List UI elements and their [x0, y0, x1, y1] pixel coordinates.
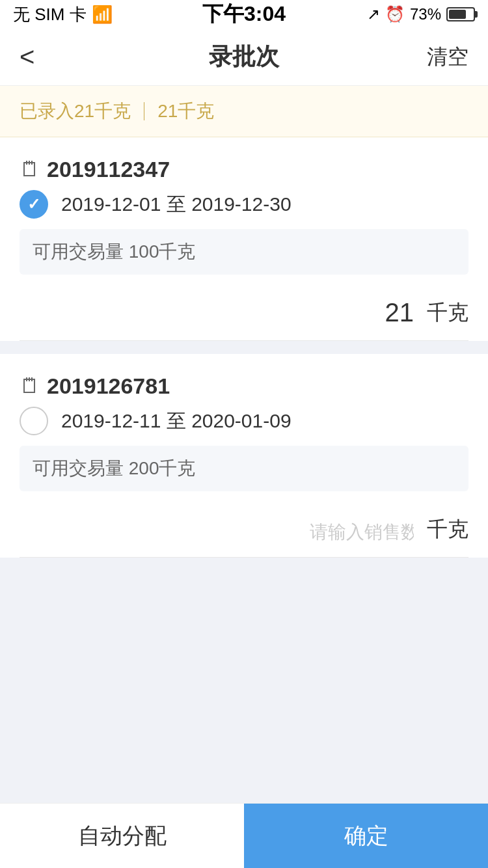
- confirm-button[interactable]: 确定: [244, 804, 488, 868]
- auto-distribute-button[interactable]: 自动分配: [0, 804, 244, 868]
- batch-id-2: 2019126781: [47, 373, 170, 399]
- total-label: 21千克: [157, 99, 214, 124]
- status-right: ↗ ⏰ 73%: [367, 5, 475, 23]
- bottom-buttons: 自动分配 确定: [0, 803, 488, 868]
- card-separator: [0, 341, 488, 354]
- battery-indicator: [446, 7, 475, 21]
- batch-doc-icon-1: 🗒: [20, 157, 40, 182]
- input-row-1: 千克: [20, 288, 468, 341]
- batch-row-1[interactable]: ✓ 2019-12-01 至 2019-12-30: [20, 190, 468, 219]
- wifi-icon: 📶: [92, 5, 113, 25]
- location-icon: ↗: [367, 5, 380, 23]
- available-qty-2: 可用交易量 200千克: [20, 446, 468, 491]
- page-title: 录批次: [209, 41, 279, 73]
- input-row-2: 千克: [20, 504, 468, 558]
- summary-bar: 已录入21千克 21千克: [0, 86, 488, 137]
- batch-header-2: 🗒 2019126781: [20, 373, 468, 399]
- battery-percent: 73%: [410, 5, 441, 23]
- qty-unit-2: 千克: [427, 515, 468, 544]
- back-button[interactable]: <: [20, 42, 59, 72]
- radio-1[interactable]: ✓: [20, 190, 48, 219]
- batch-card-1: 🗒 2019112347 ✓ 2019-12-01 至 2019-12-30 可…: [0, 137, 488, 341]
- batch-doc-icon-2: 🗒: [20, 374, 40, 398]
- batch-id-1: 2019112347: [47, 157, 170, 182]
- check-icon-1: ✓: [27, 195, 40, 213]
- available-qty-1: 可用交易量 100千克: [20, 229, 468, 275]
- batch-header-1: 🗒 2019112347: [20, 157, 468, 182]
- status-time: 下午3:04: [202, 0, 286, 29]
- batch-date-1: 2019-12-01 至 2019-12-30: [61, 191, 291, 218]
- radio-2[interactable]: [20, 407, 48, 435]
- qty-input-1[interactable]: [310, 298, 414, 327]
- batch-row-2[interactable]: 2019-12-11 至 2020-01-09: [20, 407, 468, 435]
- batch-card-2: 🗒 2019126781 2019-12-11 至 2020-01-09 可用交…: [0, 354, 488, 558]
- nav-bar: < 录批次 清空: [0, 29, 488, 86]
- alarm-icon: ⏰: [385, 5, 405, 23]
- qty-input-2[interactable]: [310, 515, 414, 544]
- summary-divider: [144, 102, 144, 120]
- recorded-label: 已录入21千克: [20, 99, 131, 124]
- status-left: 无 SIM 卡 📶: [13, 3, 113, 26]
- status-bar: 无 SIM 卡 📶 下午3:04 ↗ ⏰ 73%: [0, 0, 488, 29]
- batch-date-2: 2019-12-11 至 2020-01-09: [61, 408, 291, 435]
- qty-unit-1: 千克: [427, 299, 468, 327]
- clear-button[interactable]: 清空: [427, 43, 468, 72]
- carrier-text: 无 SIM 卡: [13, 3, 87, 26]
